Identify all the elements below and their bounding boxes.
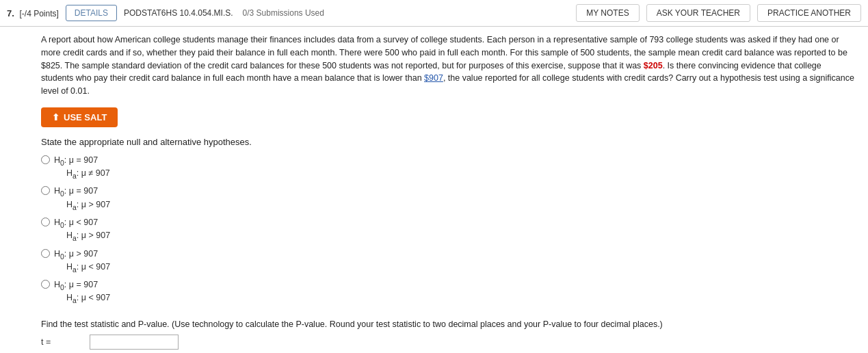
content-area: A report about how American college stud… bbox=[0, 27, 868, 353]
details-button[interactable]: DETAILS bbox=[66, 5, 117, 21]
hypothesis-radio-4[interactable] bbox=[41, 249, 50, 258]
use-salt-button[interactable]: ⬆ USE SALT bbox=[41, 107, 118, 127]
q-num: 7. bbox=[7, 8, 14, 18]
hypothesis-option-3: H0: μ < 907 Ha: μ > 907 bbox=[41, 216, 854, 242]
highlight-907: $907 bbox=[424, 73, 443, 83]
ask-teacher-button[interactable]: ASK YOUR TEACHER bbox=[646, 4, 750, 22]
ha-3: Ha: μ > 907 bbox=[66, 231, 110, 242]
ha-2: Ha: μ > 907 bbox=[66, 200, 110, 211]
hypothesis-option-4: H0: μ > 907 Ha: μ < 907 bbox=[41, 248, 854, 274]
podstat-label: PODSTAT6HS 10.4.054.MI.S. bbox=[124, 8, 233, 18]
submissions-label: 0/3 Submissions Used bbox=[243, 8, 324, 18]
hypothesis-radio-2[interactable] bbox=[41, 186, 50, 195]
hypothesis-option-1: H0: μ = 907 Ha: μ ≠ 907 bbox=[41, 154, 854, 180]
top-bar: 7. [-/4 Points] DETAILS PODSTAT6HS 10.4.… bbox=[0, 0, 868, 27]
ha-4: Ha: μ < 907 bbox=[66, 262, 110, 274]
hypotheses-radio-group: H0: μ = 907 Ha: μ ≠ 907 H0: μ = 907 Ha: … bbox=[41, 154, 854, 310]
h0-3: H0: μ < 907 bbox=[54, 216, 110, 231]
ha-5: Ha: μ < 907 bbox=[66, 293, 110, 304]
hypothesis-radio-3[interactable] bbox=[41, 218, 50, 226]
h0-1: H0: μ = 907 bbox=[54, 154, 110, 168]
highlight-205: $205 bbox=[644, 61, 663, 70]
my-notes-button[interactable]: MY NOTES bbox=[576, 4, 639, 22]
t-input[interactable] bbox=[90, 335, 179, 350]
hypothesis-radio-5[interactable] bbox=[41, 280, 50, 289]
h0-4: H0: μ > 907 bbox=[54, 248, 110, 262]
h0-2: H0: μ = 907 bbox=[54, 185, 110, 199]
t-label: t = bbox=[41, 337, 86, 347]
hypotheses-section-label: State the appropriate null and alternati… bbox=[41, 137, 854, 147]
hypothesis-radio-1[interactable] bbox=[41, 155, 50, 164]
h0-5: H0: μ = 907 bbox=[54, 278, 110, 293]
salt-icon: ⬆ bbox=[52, 112, 60, 122]
points-label: [-/4 Points] bbox=[19, 9, 58, 18]
t-input-row: t = bbox=[41, 335, 854, 350]
problem-text: A report about how American college stud… bbox=[41, 34, 854, 98]
hypothesis-option-5: H0: μ = 907 Ha: μ < 907 bbox=[41, 278, 854, 304]
hypothesis-option-2: H0: μ = 907 Ha: μ > 907 bbox=[41, 185, 854, 211]
question-number: 7. [-/4 Points] bbox=[7, 8, 59, 18]
find-label: Find the test statistic and P-value. (Us… bbox=[41, 319, 854, 329]
ha-1: Ha: μ ≠ 907 bbox=[66, 168, 110, 180]
use-salt-label: USE SALT bbox=[64, 112, 107, 122]
practice-another-button[interactable]: PRACTICE ANOTHER bbox=[757, 4, 861, 22]
